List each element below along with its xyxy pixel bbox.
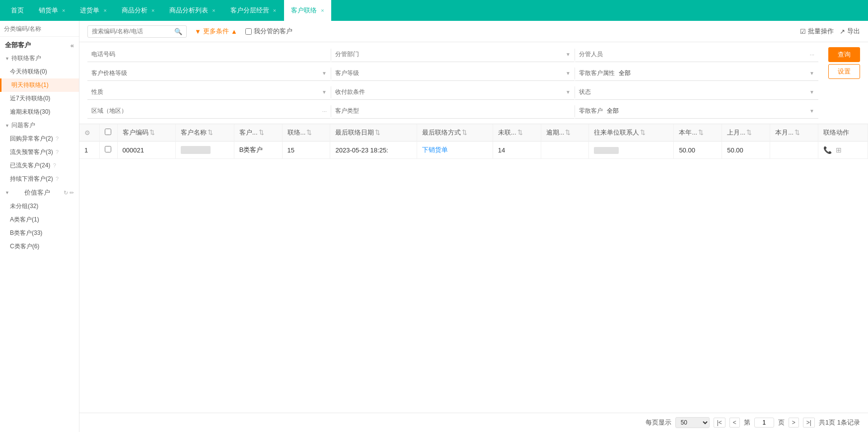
more-icon[interactable]: ··· [810,52,814,58]
sidebar-item-tomorrow[interactable]: 明天待联络(1) [0,78,79,92]
row-checkbox[interactable] [105,146,111,152]
dropdown-icon[interactable]: ▼ [322,89,327,95]
col-this-year: 本年...⇅ [674,124,722,142]
top-navigation: 首页 销货单 × 进货单 × 商品分析 × 商品分析列表 × 客户分层经营 × … [0,0,868,21]
sidebar-item-churn-warning[interactable]: 流失预警客户(3) ? [0,145,79,159]
filter-person: 分管人员 ··· [575,47,818,62]
filter-scatter-attr[interactable]: 零散客户属性 全部 ▼ [575,66,818,81]
settings-icon[interactable]: ⚙ [84,129,90,137]
dropdown-icon[interactable]: ▼ [566,71,571,76]
data-table: ⚙ 客户编码⇅ 客户名称⇅ 客户...⇅ [79,124,868,413]
filter-payment-terms[interactable]: 收付款条件 ▼ [331,85,575,100]
grid-action-icon[interactable]: ⊞ [836,146,842,154]
dropdown-icon[interactable]: ▼ [809,71,814,76]
col-last-contact-date: 最后联络日期⇅ [330,124,417,142]
close-product-analysis[interactable]: × [151,7,154,13]
last-contact-link[interactable]: 下销货单 [422,146,448,153]
sidebar-group-pending[interactable]: 待联络客户 [0,52,79,65]
cell-checkbox[interactable] [99,142,117,159]
search-input[interactable] [92,28,171,35]
nav-purchase-order[interactable]: 进货单 × [73,0,113,21]
export-button[interactable]: ↗ 导出 [840,27,860,36]
cell-unit-contact [589,142,674,159]
filter-customer-grade[interactable]: 客户等级 ▼ [331,66,575,81]
cell-this-month [770,142,818,159]
filter-customer-type: 客户类型 [331,104,575,119]
cell-last-contact-date: 2023-05-23 18:25: [330,142,417,159]
dropdown-icon[interactable]: ▼ [566,52,571,57]
more-icon[interactable]: ··· [322,108,327,114]
dropdown-icon[interactable]: ▼ [809,108,814,114]
filter-icon: ▼ [195,28,201,35]
sidebar-item-repurchase-abnormal[interactable]: 回购异常客户(2) ? [0,132,79,145]
dropdown-icon[interactable]: ▼ [322,71,327,76]
phone-action-icon[interactable]: 📞 [823,146,832,154]
col-overdue: 逾期...⇅ [541,124,589,142]
filter-dept[interactable]: 分管部门 ▼ [331,47,575,62]
sidebar-item-today[interactable]: 今天待联络(0) [0,65,79,78]
batch-operation-button[interactable]: ☑ 批量操作 [800,27,834,36]
sidebar-item-declining[interactable]: 持续下滑客户(2) ? [0,172,79,186]
set-button[interactable]: 设置 [828,64,860,79]
col-name: 客户名称⇅ [176,124,234,142]
page-input[interactable] [754,418,774,428]
col-settings[interactable]: ⚙ [79,124,99,142]
sidebar-item-a-class[interactable]: A类客户(1) [0,213,79,226]
dropdown-icon[interactable]: ▼ [809,89,814,95]
cell-last-month: 50.00 [722,142,770,159]
first-page-button[interactable]: |< [714,418,725,428]
cell-index: 1 [79,142,99,159]
close-purchase-order[interactable]: × [103,7,106,13]
help-icon: ? [56,176,59,182]
my-customers-checkbox-label[interactable]: 我分管的客户 [245,27,292,36]
sidebar-item-b-class[interactable]: B类客户(33) [0,226,79,240]
my-customers-checkbox[interactable] [245,28,252,35]
col-uncontacted: 未联...⇅ [493,124,541,142]
prev-page-button[interactable]: < [729,418,740,428]
col-code: 客户编码⇅ [117,124,176,142]
col-type: 客户...⇅ [234,124,282,142]
more-filters-button[interactable]: ▼ 更多条件 ▲ [191,25,241,38]
sidebar-item-7days[interactable]: 近7天待联络(0) [0,92,79,105]
nav-home[interactable]: 首页 [4,0,31,21]
filter-scatter-customer[interactable]: 零散客户 全部 ▼ [575,104,818,119]
sidebar-group-problem[interactable]: 问题客户 [0,119,79,132]
select-all-checkbox[interactable] [105,129,111,135]
nav-customer-tier[interactable]: 客户分层经营 × [223,0,283,21]
table-footer: 每页显示 50 100 200 |< < 第 页 > >| 共1页 1条记录 [79,413,868,432]
nav-product-analysis[interactable]: 商品分析 × [115,0,161,21]
page-size-select[interactable]: 50 100 200 [675,417,710,428]
nav-customer-contact[interactable]: 客户联络 × [284,0,331,21]
help-icon: ? [56,149,59,155]
sidebar-item-ungrouped[interactable]: 未分组(32) [0,200,79,213]
collapse-icon[interactable]: « [71,42,74,49]
close-product-analysis-list[interactable]: × [212,7,215,13]
cell-last-contact-method[interactable]: 下销货单 [417,142,493,159]
cell-type: B类客户 [234,142,282,159]
sidebar-group-value[interactable]: 价值客户 ↻ ✏ [0,186,79,200]
filter-status[interactable]: 状态 ▼ [575,85,818,100]
nav-sales-order[interactable]: 销货单 × [32,0,72,21]
sidebar-search-input[interactable] [4,25,78,32]
close-customer-tier[interactable]: × [273,7,276,13]
all-customers-title[interactable]: 全部客户 « [0,37,79,52]
sidebar-search-area: 🔍 [0,21,79,37]
close-sales-order[interactable]: × [62,7,65,13]
query-button[interactable]: 查询 [828,47,860,62]
table-row: 1 000021 B类客户 15 2023-05-23 18:25: 下销货单 … [79,142,868,159]
search-icon[interactable]: 🔍 [174,28,182,35]
dropdown-icon[interactable]: ▼ [566,89,571,95]
cell-contact-count: 15 [282,142,330,159]
toolbar-right: ☑ 批量操作 ↗ 导出 [800,27,860,36]
sidebar-item-overdue[interactable]: 逾期未联络(30) [0,105,79,119]
sidebar-item-c-class[interactable]: C类客户(6) [0,240,79,253]
col-action: 联络动作 [818,124,868,142]
filter-price-grade[interactable]: 客户价格等级 ▼ [87,66,331,81]
filter-nature[interactable]: 性质 ▼ [87,85,331,100]
nav-product-analysis-list[interactable]: 商品分析列表 × [162,0,222,21]
close-customer-contact[interactable]: × [321,7,324,13]
sidebar-item-churned[interactable]: 已流失客户(24) ? [0,159,79,172]
toolbar: 🔍 ▼ 更多条件 ▲ 我分管的客户 ☑ 批量操作 ↗ 导出 [79,21,868,42]
last-page-button[interactable]: >| [803,418,815,428]
next-page-button[interactable]: > [789,418,799,428]
